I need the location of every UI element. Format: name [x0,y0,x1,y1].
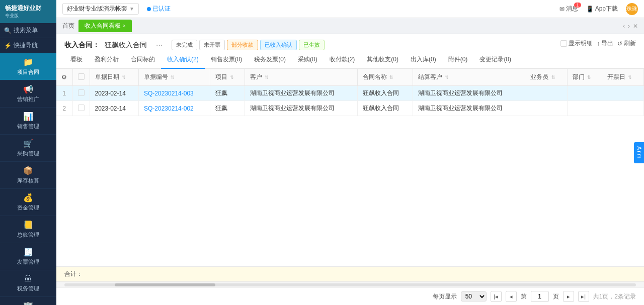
certified-badge: 已认证 [147,5,171,13]
tab-income-confirm[interactable]: 收入确认(2) [161,51,205,69]
app-download-button[interactable]: 📱 App下载 [586,5,618,13]
tab-other[interactable]: 其他收支(0) [361,51,405,69]
sort-billing-icon[interactable]: ⇅ [445,75,449,80]
sidebar-item-purchase[interactable]: 🛒 采购管理 [0,135,56,162]
td-settings: 1 [56,86,72,101]
refresh-button[interactable]: ↺ 刷新 [617,39,636,48]
sidebar-item-marketing[interactable]: 📢 营销推广 [0,80,56,108]
sidebar-item-funds[interactable]: 💰 资金管理 [0,189,56,216]
export-icon: ↑ [597,40,600,47]
invoice-icon: 🧾 [23,247,33,257]
certified-dot [147,7,151,11]
page-prev-btn[interactable]: ◂ [506,291,517,302]
tab-close-icon[interactable]: × [123,23,126,29]
th-check[interactable] [72,69,90,86]
th-salesperson: 业务员 ⇅ [525,69,567,86]
per-page-select[interactable]: 50 20 100 [461,291,487,301]
tab-changes[interactable]: 变更记录(0) [473,51,517,69]
tab-warehouse[interactable]: 出入库(0) [405,51,442,69]
td-check[interactable] [72,86,90,101]
sort-contract-icon[interactable]: ⇅ [389,75,393,80]
page-first-btn[interactable]: |◂ [491,291,502,302]
user-avatar[interactable]: 珠珠 [626,3,638,15]
sidebar-item-assets[interactable]: 🏢 固定资产 [0,297,56,305]
more-actions-icon[interactable]: ··· [156,41,163,50]
table-row[interactable]: 2 2023-02-14 SQ-20230214-002 狂飙 湖南卫视商业运营… [56,101,644,116]
td-code-0[interactable]: SQ-20230214-003 [139,86,210,101]
td-check[interactable] [72,101,90,116]
tab-subject[interactable]: 合同标的 [125,51,161,69]
th-code: 单据编号 ⇅ [139,69,210,86]
th-date: 单据日期 ⇅ [90,69,139,86]
tab-nav-next[interactable]: › [628,23,630,30]
float-right-btn[interactable]: Arm [634,142,644,163]
sort-customer-icon[interactable]: ⇅ [265,75,269,80]
tab-sales-invoice[interactable]: 销售发票(0) [205,51,249,69]
tab-purchase[interactable]: 采购(0) [292,51,324,69]
scrollbar-track[interactable] [64,283,636,286]
footer-label: 合计： [64,270,83,278]
th-billing: 结算客户 ⇅ [413,69,525,86]
tab-attachment[interactable]: 附件(0) [442,51,474,69]
tab-home[interactable]: 首页 [62,22,74,30]
sidebar-tax-label: 税务管理 [17,285,39,292]
tab-nav-prev[interactable]: ‹ [623,23,625,30]
sort-invoice-icon[interactable]: ⇅ [628,75,632,80]
show-detail-checkbox[interactable]: 显示明细 [560,39,593,48]
status-uninvoiced[interactable]: 未开票 [199,40,225,50]
sidebar-item-sales[interactable]: 📊 销售管理 [0,108,56,135]
export-button[interactable]: ↑ 导出 [597,39,613,48]
sidebar-item-project[interactable]: 📁 项目合同 [0,53,56,80]
row-checkbox-1[interactable] [78,105,85,111]
th-project: 项目 ⇅ [210,69,245,86]
status-uncomplete[interactable]: 未完成 [172,40,197,50]
company-selector[interactable]: 好业财专业版演示帐套 ▼ [62,3,139,15]
page-input[interactable] [531,291,549,302]
sidebar-item-tax[interactable]: 🏛 税务管理 [0,270,56,297]
sort-salesperson-icon[interactable]: ⇅ [551,75,555,80]
tab-close-all[interactable]: ✕ [633,23,638,30]
status-partial-receipt[interactable]: 部分收款 [227,40,258,50]
code-link-1[interactable]: SQ-20230214-002 [144,105,194,112]
sidebar-item-inventory[interactable]: 📦 库存核算 [0,162,56,189]
td-invoice-date-1 [602,101,643,116]
tab-tax-invoice[interactable]: 税务发票(0) [248,51,292,69]
code-link-0[interactable]: SQ-20230214-003 [144,90,194,97]
sidebar-search-label: 搜索菜单 [14,26,38,35]
tab-profit[interactable]: 盈利分析 [89,51,125,69]
horizontal-scrollbar[interactable] [56,281,644,287]
td-date-1: 2023-02-14 [90,101,139,116]
sort-code-icon[interactable]: ⇅ [171,75,175,80]
sort-dept-icon[interactable]: ⇅ [587,75,591,80]
app-name: 畅捷通好业财 [5,4,41,13]
table-row[interactable]: 1 2023-02-14 SQ-20230214-003 狂飙 湖南卫视商业运营… [56,86,644,101]
sidebar-item-search[interactable]: 🔍 搜索菜单 [0,23,56,38]
page-last-btn[interactable]: ▸| [578,291,589,302]
assets-icon: 🏢 [23,301,33,305]
th-customer: 客户 ⇅ [245,69,357,86]
sort-date-icon[interactable]: ⇅ [122,75,126,80]
sort-project-icon[interactable]: ⇅ [230,75,234,80]
tab-kanban[interactable]: 看板 [64,51,89,69]
scrollbar-thumb[interactable] [115,283,215,286]
detail-checkbox-box[interactable] [560,40,567,47]
page-next-btn[interactable]: ▸ [563,291,574,302]
avatar: 珠珠 [626,3,638,15]
td-customer-1: 湖南卫视商业运营发展有限公司 [245,101,357,116]
sidebar-item-ledger[interactable]: 📒 总账管理 [0,216,56,243]
status-effective[interactable]: 已生效 [299,40,325,50]
per-page-label: 每页显示 [433,292,457,301]
sidebar-item-quicknav[interactable]: ⚡ 快捷导航 [0,38,56,53]
status-confirmed[interactable]: 已收入确认 [260,40,297,50]
header-checkbox[interactable] [78,73,85,80]
tab-payment[interactable]: 收付款(2) [324,51,361,69]
message-button[interactable]: ✉ 1 消息 [559,5,578,13]
td-invoice-date-0 [602,86,643,101]
sidebar-item-invoice[interactable]: 🧾 发票管理 [0,243,56,270]
td-code-1[interactable]: SQ-20230214-002 [139,101,210,116]
tab-active[interactable]: 收入合同看板 × [78,20,132,32]
search-icon: 🔍 [4,27,12,34]
purchase-icon: 🛒 [23,139,33,148]
row-checkbox-0[interactable] [78,89,85,96]
th-settings[interactable]: ⚙ [56,69,72,86]
